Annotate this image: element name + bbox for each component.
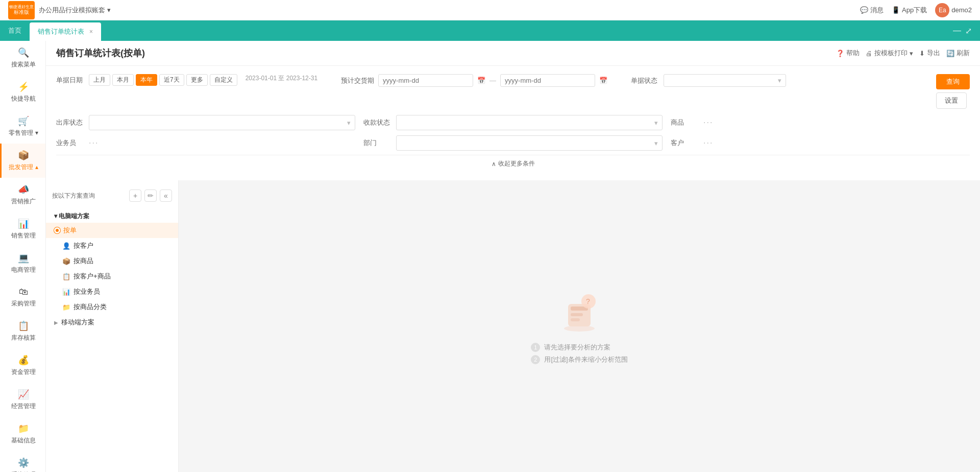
date-btn-more[interactable]: 更多 — [186, 74, 208, 86]
tab-sales-report[interactable]: 销售订单统计表 × — [30, 22, 101, 41]
sidebar-label-wholesale: 批发管理 ▴ — [9, 163, 38, 172]
date-btn-thisyear[interactable]: 本年 — [136, 74, 157, 86]
username-label: demo2 — [951, 6, 972, 14]
ship-status-select[interactable]: ▾ — [89, 115, 355, 130]
salesperson-more-btn[interactable]: ··· — [89, 138, 99, 148]
download-icon: 📱 — [892, 6, 900, 14]
pc-section-label: ▾ 电脑端方案 — [46, 208, 178, 223]
department-select[interactable]: ▾ — [396, 135, 663, 151]
sidebar-item-shortcut[interactable]: ⚡ 快捷导航 — [0, 75, 45, 109]
sidebar-item-sales[interactable]: 📊 销售管理 — [0, 212, 45, 246]
app-selector[interactable]: 办公用品行业模拟账套 ▾ — [39, 6, 111, 15]
print-dropdown-icon: ▾ — [910, 50, 913, 57]
minimize-icon[interactable]: — — [953, 26, 961, 35]
finance-icon: 💰 — [18, 355, 29, 366]
help-label: 帮助 — [846, 49, 860, 58]
collapse-bar[interactable]: ∧ 收起更多条件 — [56, 155, 970, 172]
print-label: 按模板打印 — [874, 49, 908, 58]
empty-tip-1: 1 请先选择要分析的方案 — [531, 343, 627, 352]
date-btn-custom[interactable]: 自定义 — [210, 74, 237, 86]
department-cell: 部门 ▾ — [363, 135, 663, 151]
scheme-item-by-order[interactable]: 按单 — [46, 223, 178, 238]
sales-icon: 📊 — [18, 218, 29, 229]
scheme-by-goods-label: 按商品 — [74, 256, 93, 266]
salesperson-icon: 📊 — [62, 288, 70, 296]
tabbar: 首页 销售订单统计表 × — ⤢ — [0, 20, 980, 41]
empty-tip-2: 2 用[过滤]条件来缩小分析范围 — [531, 355, 627, 364]
svg-rect-4 — [571, 318, 580, 321]
customer-label: 客户 — [671, 138, 699, 148]
date-btn-7days[interactable]: 近7天 — [159, 74, 184, 86]
tab-close-icon[interactable]: × — [89, 28, 93, 35]
goods-more-btn[interactable]: ··· — [703, 118, 713, 127]
scheme-item-by-goods[interactable]: 📦 按商品 — [46, 253, 178, 269]
scheme-item-by-customer[interactable]: 👤 按客户 — [46, 238, 178, 253]
customer-cell: 客户 ··· — [671, 138, 970, 148]
scheme-item-by-customer-goods[interactable]: 📋 按客户+商品 — [46, 269, 178, 284]
left-panel-title: 按以下方案查询 — [52, 192, 95, 200]
page-actions: ❓ 帮助 🖨 按模板打印 ▾ ⬇ 导出 🔄 刷新 — [836, 49, 970, 58]
collapse-panel-btn[interactable]: « — [160, 190, 172, 202]
scheme-by-salesperson-label: 按业务员 — [74, 287, 100, 296]
sidebar-item-operation[interactable]: 📈 经营管理 — [0, 383, 45, 417]
calendar-icon-from[interactable]: 📅 — [477, 77, 485, 84]
add-scheme-btn[interactable]: + — [129, 190, 141, 202]
sidebar-item-marketing[interactable]: 📣 营销推广 — [0, 178, 45, 212]
sidebar-item-search[interactable]: 🔍 搜索菜单 — [0, 41, 45, 75]
goods-scheme-icon: 📦 — [62, 257, 70, 265]
payment-status-select[interactable]: ▾ — [396, 115, 663, 130]
mobile-section-item[interactable]: ▶ 移动端方案 — [46, 315, 178, 330]
ship-label: 出库状态 — [56, 118, 85, 127]
refresh-button[interactable]: 🔄 刷新 — [946, 49, 970, 58]
sidebar-item-finance[interactable]: 💰 资金管理 — [0, 348, 45, 383]
message-label: 消息 — [870, 6, 884, 15]
sidebar-item-basic[interactable]: 📁 基础信息 — [0, 417, 45, 451]
sidebar-item-system[interactable]: ⚙️ 系统管理 — [0, 451, 45, 472]
tip-num-2: 2 — [531, 355, 540, 364]
print-button[interactable]: 🖨 按模板打印 ▾ — [866, 49, 913, 58]
tip-num-1: 1 — [531, 343, 540, 352]
sidebar-label-operation: 经营管理 — [11, 402, 36, 411]
tab-home[interactable]: 首页 — [0, 20, 30, 41]
message-button[interactable]: 💬 消息 — [860, 6, 884, 15]
customer-scheme-icon: 👤 — [62, 242, 70, 250]
customer-more-btn[interactable]: ··· — [703, 138, 713, 148]
sidebar: 🔍 搜索菜单 ⚡ 快捷导航 🛒 零售管理 ▾ 📦 批发管理 ▴ 📣 营销推广 📊… — [0, 41, 46, 472]
sidebar-item-inventory[interactable]: 📋 库存核算 — [0, 314, 45, 348]
sidebar-item-retail[interactable]: 🛒 零售管理 ▾ — [0, 109, 45, 144]
operation-icon: 📈 — [18, 389, 29, 400]
logo: 畅捷通好生意 标准版 — [8, 1, 35, 19]
basic-icon: 📁 — [18, 423, 29, 434]
query-button[interactable]: 查询 — [936, 74, 970, 89]
export-button[interactable]: ⬇ 导出 — [919, 49, 940, 58]
date-btn-thismonth[interactable]: 本月 — [112, 74, 134, 86]
refresh-label: 刷新 — [957, 49, 970, 58]
sidebar-item-wholesale[interactable]: 📦 批发管理 ▴ — [0, 144, 45, 178]
shortcut-icon: ⚡ — [18, 81, 29, 92]
date-btn-lastmonth[interactable]: 上月 — [89, 74, 110, 86]
help-button[interactable]: ❓ 帮助 — [836, 49, 860, 58]
sidebar-item-purchase[interactable]: 🛍 采购管理 — [0, 280, 45, 314]
scheme-item-by-salesperson[interactable]: 📊 按业务员 — [46, 284, 178, 299]
edit-scheme-btn[interactable]: ✏ — [144, 190, 157, 202]
user-profile[interactable]: Ea demo2 — [935, 3, 972, 17]
collapse-label: 收起更多条件 — [498, 159, 535, 168]
goods-cell: 商品 ··· — [671, 118, 970, 127]
inventory-icon: 📋 — [18, 320, 29, 332]
sidebar-item-ecommerce[interactable]: 💻 电商管理 — [0, 246, 45, 280]
sidebar-label-marketing: 营销推广 — [11, 197, 36, 206]
maximize-icon[interactable]: ⤢ — [965, 26, 972, 36]
app-download-button[interactable]: 📱 App下载 — [892, 6, 927, 15]
expected-date-from[interactable] — [378, 74, 473, 87]
calendar-icon-to[interactable]: 📅 — [599, 77, 607, 84]
topbar-left: 畅捷通好生意 标准版 办公用品行业模拟账套 ▾ — [8, 1, 111, 19]
status-select[interactable]: ▾ — [664, 74, 786, 87]
tab-label: 销售订单统计表 — [38, 27, 84, 36]
topbar: 畅捷通好生意 标准版 办公用品行业模拟账套 ▾ 💬 消息 📱 App下载 Ea … — [0, 0, 980, 20]
expected-date-to[interactable] — [500, 74, 595, 87]
settings-button[interactable]: 设置 — [936, 92, 967, 109]
expected-date-label: 预计交货期 — [341, 76, 374, 85]
scheme-item-by-category[interactable]: 📁 按商品分类 — [46, 299, 178, 315]
empty-tips: 1 请先选择要分析的方案 2 用[过滤]条件来缩小分析范围 — [531, 343, 627, 364]
search-icon: 🔍 — [18, 47, 29, 58]
